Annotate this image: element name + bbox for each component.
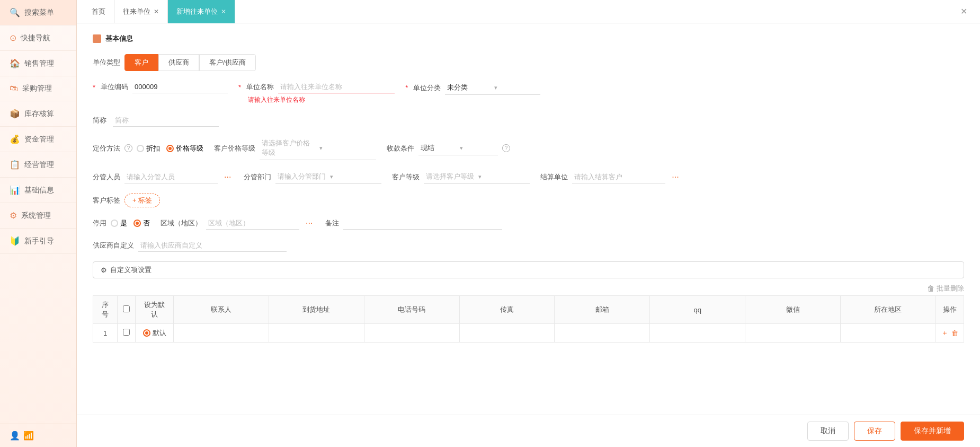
sidebar-item-system[interactable]: ⚙ 系统管理	[0, 203, 76, 229]
sidebar-item-purchase[interactable]: 🛍 采购管理	[0, 76, 76, 101]
payment-terms-select[interactable]: 现结 ▾	[418, 141, 498, 155]
customer-level-select[interactable]: 请选择客户等级 ▾	[424, 170, 530, 184]
manager-more-icon[interactable]: ···	[222, 172, 233, 182]
tab-unit-list-close[interactable]: ✕	[154, 8, 159, 15]
radio-yes[interactable]: 是	[111, 218, 127, 228]
unit-name-input[interactable]	[278, 81, 395, 93]
batch-delete-button[interactable]: 🗑 批量删除	[927, 284, 964, 293]
payment-terms-label: 收款条件	[387, 144, 414, 153]
phone-input[interactable]	[370, 329, 454, 337]
delete-row-icon[interactable]: 🗑	[951, 329, 958, 337]
tab-unit-list[interactable]: 往来单位 ✕	[114, 0, 168, 23]
add-tag-button[interactable]: + 标签	[124, 194, 160, 207]
tab-unit-new[interactable]: 新增往来单位 ✕	[168, 0, 235, 23]
tab-unit-new-close[interactable]: ✕	[221, 8, 226, 15]
price-level-chevron-down-icon: ▾	[319, 145, 374, 152]
region-more-icon[interactable]: ···	[304, 218, 315, 228]
cell-address	[269, 324, 364, 343]
system-icon: ⚙	[10, 211, 17, 221]
supplier-custom-input[interactable]	[138, 239, 287, 252]
sidebar-item-finance[interactable]: 💰 资金管理	[0, 127, 76, 152]
manager-input[interactable]	[124, 171, 218, 183]
settlement-more-icon[interactable]: ···	[670, 172, 681, 182]
window-close-button[interactable]: ✕	[954, 6, 974, 16]
region-input[interactable]	[206, 217, 299, 230]
unit-code-input[interactable]	[132, 81, 228, 93]
cell-qq	[650, 324, 745, 343]
remark-label: 备注	[325, 218, 339, 228]
payment-terms-field: 收款条件 现结 ▾ ?	[387, 141, 510, 155]
add-row-icon[interactable]: ＋	[941, 328, 948, 338]
table-row: 1 默认	[93, 324, 964, 343]
sales-icon: 🏠	[10, 58, 20, 68]
sidebar-item-inventory-label: 库存核算	[24, 109, 54, 119]
customer-price-level-field: 客户价格等级 请选择客户价格等级 ▾	[214, 136, 376, 160]
radio-yes-circle	[111, 220, 118, 227]
row-checkbox[interactable]	[123, 329, 130, 336]
radio-price-level[interactable]: 价格等级	[166, 144, 203, 153]
radio-no[interactable]: 否	[133, 218, 150, 228]
pricing-help-icon[interactable]: ?	[124, 144, 132, 152]
sidebar-item-quick-nav[interactable]: ⊙ 快捷导航	[0, 25, 76, 51]
unit-type-supplier-btn[interactable]: 供应商	[158, 54, 199, 71]
settlement-unit-label: 结算单位	[540, 172, 568, 182]
unit-type-both-btn[interactable]: 客户/供应商	[199, 54, 256, 71]
sidebar-item-search[interactable]: 🔍 搜索菜单	[0, 0, 76, 25]
page-content: 基本信息 单位类型 客户 供应商 客户/供应商 * 单位编码	[77, 23, 980, 415]
customer-tag-label: 客户标签	[93, 196, 120, 205]
category-chevron-down-icon: ▾	[494, 84, 538, 91]
unit-category-select[interactable]: 未分类 ▾	[445, 81, 540, 95]
tab-home[interactable]: 首页	[83, 0, 114, 23]
supplier-custom-row: 供应商自定义	[93, 239, 964, 252]
settlement-unit-input[interactable]	[572, 171, 665, 183]
email-input[interactable]	[560, 329, 644, 337]
wechat-input[interactable]	[751, 329, 835, 337]
select-all-checkbox[interactable]	[123, 305, 130, 312]
customer-level-chevron-down-icon: ▾	[478, 173, 528, 180]
supplier-custom-label: 供应商自定义	[93, 241, 134, 250]
cell-wechat	[745, 324, 841, 343]
disabled-region-row: 停用 是 否 区域（地区） ···	[93, 217, 964, 230]
sidebar-item-guide-label: 新手引导	[24, 236, 54, 246]
tab-bar: 首页 往来单位 ✕ 新增往来单位 ✕ ✕	[77, 0, 980, 23]
remark-input[interactable]	[343, 217, 502, 230]
unit-type-row: 单位类型 客户 供应商 客户/供应商	[93, 54, 964, 71]
fax-input[interactable]	[465, 329, 549, 337]
payment-help-icon[interactable]: ?	[502, 144, 510, 152]
unit-type-customer-btn[interactable]: 客户	[124, 54, 158, 71]
address-input[interactable]	[274, 329, 359, 337]
qq-input[interactable]	[655, 329, 740, 337]
customer-level-field: 客户等级 请选择客户等级 ▾	[392, 170, 530, 184]
manager-row: 分管人员 ··· 分管部门 请输入分管部门 ▾ 客户等级 请选择客户等级 ▾	[93, 170, 964, 184]
save-new-button[interactable]: 保存并新增	[901, 422, 964, 441]
default-radio[interactable]: 默认	[141, 328, 168, 338]
sidebar-item-inventory[interactable]: 📦 库存核算	[0, 101, 76, 127]
unit-name-label: 单位名称	[246, 82, 274, 92]
customer-price-level-select[interactable]: 请选择客户价格等级 ▾	[260, 136, 376, 160]
sidebar-item-guide[interactable]: 🔰 新手引导	[0, 229, 76, 254]
payment-chevron-down-icon: ▾	[460, 145, 496, 152]
contact-input[interactable]	[179, 329, 263, 337]
custom-settings-button[interactable]: ⚙ 自定义项设置	[93, 261, 964, 278]
sidebar-item-finance-label: 资金管理	[24, 135, 54, 144]
col-action: 操作	[936, 296, 964, 324]
department-select[interactable]: 请输入分管部门 ▾	[275, 170, 381, 184]
cancel-button[interactable]: 取消	[807, 422, 849, 441]
footer-bar: 取消 保存 保存并新增	[77, 415, 980, 447]
region-table-input[interactable]	[846, 329, 930, 337]
save-button[interactable]: 保存	[854, 422, 895, 441]
main-area: 首页 往来单位 ✕ 新增往来单位 ✕ ✕ 基本信息 单位类型 客户	[77, 0, 980, 447]
short-name-input[interactable]	[113, 114, 219, 127]
sidebar-item-sales[interactable]: 🏠 销售管理	[0, 51, 76, 76]
cell-phone	[364, 324, 459, 343]
radio-discount[interactable]: 折扣	[137, 144, 160, 153]
search-icon: 🔍	[10, 7, 20, 17]
cell-seq: 1	[93, 324, 118, 343]
default-radio-circle	[143, 329, 150, 337]
sidebar-item-basic[interactable]: 📊 基础信息	[0, 178, 76, 203]
radio-no-circle	[133, 220, 141, 227]
unit-name-field: * 单位名称 请输入往来单位名称	[238, 81, 395, 104]
sidebar-item-operation[interactable]: 📋 经营管理	[0, 152, 76, 178]
form-section: 单位类型 客户 供应商 客户/供应商 * 单位编码 *	[93, 54, 964, 348]
unit-type-group: 客户 供应商 客户/供应商	[124, 54, 256, 71]
